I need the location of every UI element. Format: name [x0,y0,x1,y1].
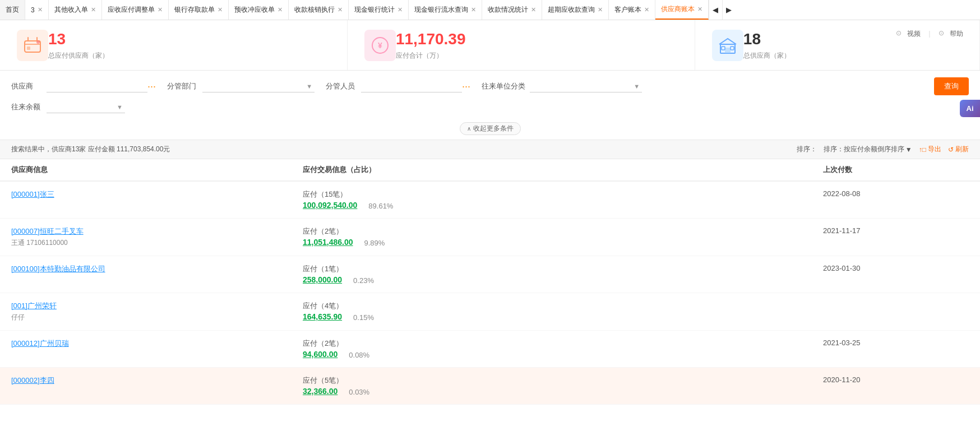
balance-input[interactable] [47,101,117,113]
last-payment-date: 2020-11-20 [823,376,861,384]
close-icon[interactable]: ✕ [91,6,96,13]
result-bar: 搜索结果中，供应商13家 应付金额 111,703,854.00元 排序： 排序… [0,140,980,159]
payable-percent: 0.15% [353,313,374,322]
category-input[interactable] [530,80,634,92]
payable-amount-link[interactable]: 258,000.00 [303,275,342,284]
refresh-button[interactable]: ↺ 刷新 [948,145,969,154]
payable-amount-link[interactable]: 32,366.00 [303,387,338,396]
balance-select-wrap[interactable]: ▼ [47,101,125,113]
payable-percent: 0.03% [349,388,369,396]
nav-tab-prepay[interactable]: 预收冲应收单 ✕ [229,0,289,20]
close-icon[interactable]: ✕ [218,6,223,13]
close-icon[interactable]: ✕ [338,6,343,13]
nav-tab-cash-query[interactable]: 现金银行流水查询 ✕ [409,0,482,20]
supplier-info-cell: [001]广州荣轩 仔仔 [11,301,303,322]
payable-label: 应付（4笔） [303,301,823,311]
category-select-wrap[interactable]: ▼ [530,80,642,92]
svg-point-2 [36,40,40,44]
payable-total-label: 应付合计（万） [396,51,466,61]
svg-rect-8 [731,47,734,50]
svg-text:¥: ¥ [378,41,382,50]
category-label: 往来单位分类 [482,81,525,91]
filter-category: 往来单位分类 ▼ [482,80,642,92]
dept-input[interactable] [202,80,306,92]
search-button[interactable]: 查询 [934,77,969,95]
collapse-bar: ∧ 收起更多条件 [11,119,969,140]
payable-info-cell: 应付（2笔） 94,600.00 0.08% [303,339,823,359]
payable-amount-link[interactable]: 164,635.90 [303,312,342,321]
circle-icon-2: ⊙ [939,29,944,37]
dept-select-wrap[interactable]: ▼ [202,80,315,92]
filter-area: 供应商 ··· 分管部门 ▼ 分管人员 ··· 往来单位分类 ▼ 查询 [0,71,980,140]
close-icon[interactable]: ✕ [598,6,603,13]
table-row: [001]广州荣轩 仔仔 应付（4笔） 164,635.90 0.15% [0,293,980,331]
close-icon[interactable]: ✕ [38,6,43,13]
payable-info-cell: 应付（5笔） 32,366.00 0.03% [303,376,823,396]
nav-tab-other-income[interactable]: 其他收入单 ✕ [49,0,102,20]
last-payment-date: 2022-08-08 [823,189,861,198]
payable-amount-link[interactable]: 94,600.00 [303,350,338,359]
close-icon[interactable]: ✕ [471,6,476,13]
chevron-down-icon-3: ▼ [117,104,125,110]
close-icon[interactable]: ✕ [278,6,283,13]
close-icon[interactable]: ✕ [158,6,163,13]
close-icon[interactable]: ✕ [697,6,702,13]
payable-amount-link[interactable]: 11,051,486.00 [303,238,353,247]
supplier-label: 供应商 [11,81,42,91]
sort-button[interactable]: 排序：按应付余额倒序排序 ▼ [824,145,912,154]
help-link[interactable]: 帮助 [950,29,963,39]
payable-info: 11,051,486.00 9.89% [303,237,823,247]
supplier-link[interactable]: [000100]本特勤油品有限公司 [11,265,105,273]
close-icon[interactable]: ✕ [531,6,536,13]
last-payment-cell: 2022-08-08 [823,189,969,198]
collapse-button[interactable]: ∧ 收起更多条件 [460,122,521,135]
close-icon[interactable]: ✕ [397,6,403,13]
nav-tab-recv-stat[interactable]: 收款情况统计 ✕ [482,0,542,20]
last-payment-cell: 2021-11-17 [823,226,969,235]
nav-tab-adjust[interactable]: 应收应付调整单 ✕ [102,0,169,20]
supplier-link[interactable]: [000007]恒旺二手叉车 [11,227,84,235]
supplier-info-cell: [000001]张三 [11,189,303,201]
filter-person: 分管人员 ··· [326,80,470,92]
supplier-info-cell: [000007]恒旺二手叉车 王通 17106110000 [11,226,303,248]
chevron-down-icon-sort: ▼ [905,146,912,154]
supplier-link[interactable]: [001]广州荣轩 [11,302,57,310]
filter-balance: 往来余额 ▼ [11,101,125,113]
col-supplier-info: 供应商信息 [11,165,303,175]
supplier-info-cell: [000012]广州贝瑞 [11,339,303,350]
payable-amount-link[interactable]: 100,092,540.00 [303,201,357,210]
nav-scroll-right[interactable]: ▶ [722,0,736,20]
nav-tab-verify[interactable]: 收款核销执行 ✕ [289,0,349,20]
svg-rect-6 [725,48,731,53]
table-header: 供应商信息 应付交易信息（占比） 上次付数 [0,159,980,182]
last-payment-date: 2021-03-25 [823,339,861,347]
export-button[interactable]: ↑□ 导出 [919,145,941,154]
supplier-link[interactable]: [000001]张三 [11,190,54,198]
payable-percent: 89.61% [368,202,393,210]
close-icon[interactable]: ✕ [644,6,649,13]
refresh-icon: ↺ [948,146,954,154]
nav-tab-customer-book[interactable]: 客户账本 ✕ [609,0,655,20]
last-payment-date: 2023-01-30 [823,264,861,272]
supplier-input[interactable] [47,80,147,92]
result-actions: 排序： 排序：按应付余额倒序排序 ▼ ↑□ 导出 ↺ 刷新 [797,145,969,154]
supplier-dots-icon[interactable]: ··· [147,81,156,92]
result-summary: 搜索结果中，供应商13家 应付金额 111,703,854.00元 [11,145,170,154]
person-dots-icon[interactable]: ··· [462,81,470,92]
nav-tab-supplier-book[interactable]: 供应商账本 ✕ [655,0,709,20]
nav-scroll-left[interactable]: ◀ [709,0,722,20]
nav-tab-3[interactable]: 3 ✕ [25,0,49,20]
video-link[interactable]: 视频 [907,29,921,39]
payable-suppliers-count: 13 [48,30,109,49]
payable-info: 258,000.00 0.23% [303,274,823,285]
nav-tab-home[interactable]: 首页 [0,0,25,20]
supplier-link[interactable]: [000012]广州贝瑞 [11,339,69,347]
supplier-link[interactable]: [000002]李四 [11,376,54,384]
person-input[interactable] [361,80,462,92]
nav-tab-overdue[interactable]: 超期应收款查询 ✕ [542,0,609,20]
payable-label: 应付（2笔） [303,339,823,349]
payable-info: 100,092,540.00 89.61% [303,200,823,210]
nav-tab-bank[interactable]: 银行存取款单 ✕ [169,0,229,20]
ai-assistant-button[interactable]: Ai [960,100,980,117]
nav-tab-cash-stat[interactable]: 现金银行统计 ✕ [349,0,409,20]
